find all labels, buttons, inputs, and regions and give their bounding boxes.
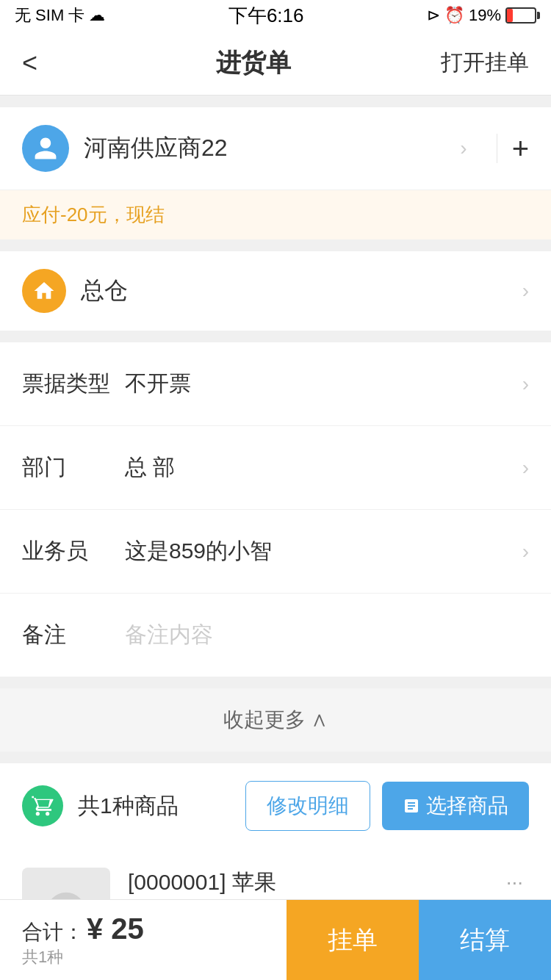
- salesperson-value: 这是859的小智: [125, 536, 522, 566]
- department-value: 总 部: [125, 453, 522, 483]
- page-title: 进货单: [216, 46, 291, 80]
- status-time: 下午6:16: [228, 3, 304, 29]
- battery-icon: [505, 7, 536, 24]
- supplier-name: 河南供应商22: [84, 132, 460, 165]
- warehouse-section: 总仓 ›: [0, 251, 551, 331]
- home-icon: [32, 279, 56, 303]
- product-name-text: 苹果: [232, 870, 276, 894]
- modify-detail-button[interactable]: 修改明细: [245, 781, 370, 831]
- hang-button[interactable]: 挂单: [287, 900, 419, 980]
- bottom-total: 合计： ¥ 25 共1种: [0, 900, 287, 980]
- total-label: 合计：: [22, 918, 84, 946]
- supplier-chevron-icon: ›: [460, 137, 467, 160]
- alarm-icon: ⏰: [444, 6, 464, 25]
- product-count-icon: [22, 785, 63, 826]
- supplier-avatar: [22, 125, 69, 172]
- total-row: 合计： ¥ 25: [22, 912, 264, 946]
- department-label: 部门: [22, 453, 125, 483]
- salesperson-chevron-icon: ›: [522, 540, 529, 563]
- battery-label: 19%: [469, 6, 501, 25]
- remark-value[interactable]: 备注内容: [125, 620, 529, 650]
- person-icon: [32, 135, 59, 162]
- select-product-icon: [403, 797, 420, 815]
- department-chevron-icon: ›: [522, 456, 529, 480]
- nav-bar: < 进货单 打开挂单: [0, 31, 551, 96]
- select-product-button[interactable]: 选择商品: [382, 782, 529, 830]
- notice-bar: 应付-20元，现结: [0, 190, 551, 239]
- bottom-bar: 合计： ¥ 25 共1种 挂单 结算: [0, 899, 551, 980]
- settle-button[interactable]: 结算: [419, 900, 551, 980]
- salesperson-row[interactable]: 业务员 这是859的小智 ›: [0, 510, 551, 594]
- invoice-type-value: 不开票: [125, 369, 522, 399]
- remark-row[interactable]: 备注 备注内容: [0, 594, 551, 677]
- invoice-type-chevron-icon: ›: [522, 372, 529, 396]
- remark-label: 备注: [22, 620, 125, 650]
- warehouse-chevron-icon: ›: [522, 279, 529, 303]
- supplier-section: 河南供应商22 › + 应付-20元，现结: [0, 107, 551, 239]
- supplier-row[interactable]: 河南供应商22 › +: [0, 107, 551, 190]
- select-product-label: 选择商品: [426, 792, 508, 820]
- back-button[interactable]: <: [22, 48, 66, 79]
- open-pending-button[interactable]: 打开挂单: [441, 48, 529, 78]
- warehouse-name: 总仓: [81, 275, 522, 307]
- add-supplier-button[interactable]: +: [512, 132, 529, 165]
- location-icon: ⊳: [427, 6, 440, 25]
- battery-fill: [507, 9, 513, 22]
- form-section: 票据类型 不开票 › 部门 总 部 › 业务员 这是859的小智 › 备注 备注…: [0, 342, 551, 677]
- product-code: [0000001]: [128, 870, 226, 894]
- product-count-text: 共1种商品: [78, 791, 245, 821]
- product-more-button[interactable]: ···: [500, 868, 529, 897]
- total-count: 共1种: [22, 946, 264, 968]
- salesperson-label: 业务员: [22, 536, 125, 566]
- invoice-type-row[interactable]: 票据类型 不开票 ›: [0, 342, 551, 426]
- status-right: ⊳ ⏰ 19%: [427, 6, 536, 25]
- supplier-divider: [497, 134, 497, 163]
- total-amount: ¥ 25: [87, 912, 144, 945]
- sim-status: 无 SIM 卡 ☁: [15, 4, 105, 26]
- invoice-type-label: 票据类型: [22, 369, 125, 399]
- warehouse-row[interactable]: 总仓 ›: [0, 251, 551, 331]
- cart-icon: [31, 794, 54, 818]
- department-row[interactable]: 部门 总 部 ›: [0, 426, 551, 510]
- collapse-button[interactable]: 收起更多 ∧: [0, 688, 551, 752]
- product-header: 共1种商品 修改明细 选择商品: [0, 763, 551, 849]
- warehouse-icon: [22, 269, 66, 313]
- status-left: 无 SIM 卡 ☁: [15, 4, 105, 26]
- status-bar: 无 SIM 卡 ☁ 下午6:16 ⊳ ⏰ 19%: [0, 0, 551, 31]
- product-name: [0000001] 苹果: [128, 868, 500, 898]
